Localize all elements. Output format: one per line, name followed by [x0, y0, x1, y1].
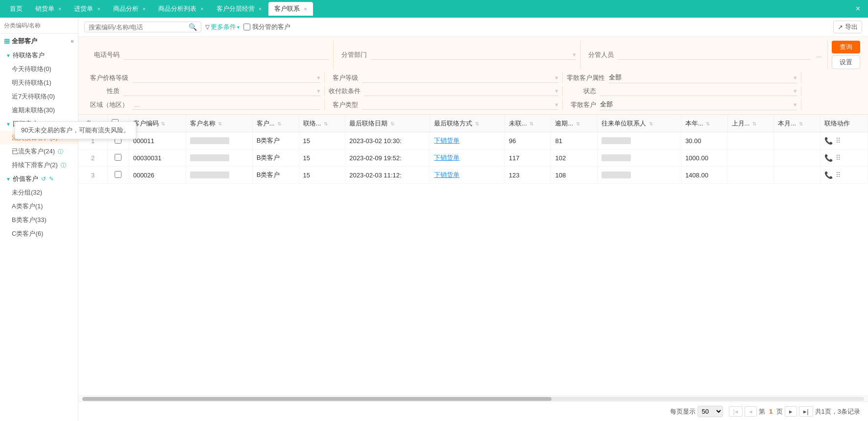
pending-arrow-icon: ▼	[6, 53, 11, 58]
action-phone-icon-2[interactable]: 📞	[824, 171, 833, 179]
overdue-sort-icon: ⇅	[576, 121, 580, 126]
phone-input[interactable]	[123, 50, 329, 60]
sidebar-group-pending: ▼ 待联络客户 今天待联络(0) 明天待联络(1) 近7天待联络(0) 逾期未联…	[0, 49, 78, 117]
pending-group-header[interactable]: ▼ 待联络客户	[0, 49, 78, 62]
dept-select-arrow: ▾	[573, 51, 576, 58]
nav-tab-sales[interactable]: 销货单 ×	[29, 2, 67, 16]
nav-tab-analysis[interactable]: 商品分析 ×	[107, 2, 151, 16]
person-dots[interactable]: ...	[814, 51, 823, 59]
row-last-way-2[interactable]: 下销货单	[430, 167, 505, 184]
nav-tab-customer-tier[interactable]: 客户分层经营 ×	[211, 2, 267, 16]
close-customer-contact-icon[interactable]: ×	[304, 6, 307, 12]
sidebar-item-class-b[interactable]: B类客户(33)	[0, 213, 78, 227]
zero-attr-select[interactable]: 全部 ▾	[609, 72, 797, 83]
my-customers-checkbox-wrap[interactable]: 我分管的客户	[243, 23, 290, 31]
name-col-header[interactable]: 客户名称 ⇅	[186, 115, 252, 132]
more-conditions-button[interactable]: ▽ 更多条件 ▾	[205, 23, 240, 31]
this-year-col-header[interactable]: 本年... ⇅	[681, 115, 727, 132]
type-select[interactable]: ▾	[362, 100, 559, 110]
prev-page-button[interactable]: ◂	[745, 406, 757, 417]
close-customer-tier-icon[interactable]: ×	[259, 6, 262, 12]
value-group-label: 价值客户	[13, 174, 38, 183]
next-page-button[interactable]: ▸	[785, 406, 797, 417]
zero-cust-select[interactable]: 全部 ▾	[600, 99, 797, 110]
region-dots[interactable]: ...	[132, 101, 142, 108]
sidebar-item-declining[interactable]: 持续下滑客户(2) ⓘ	[0, 158, 78, 172]
nav-tab-purchase[interactable]: 进货单 ×	[68, 2, 106, 16]
row-checkbox-2[interactable]	[108, 167, 129, 184]
payment-select[interactable]: ▾	[364, 86, 559, 96]
filter-icon: ▽	[205, 24, 210, 30]
my-customers-checkbox[interactable]	[243, 24, 250, 30]
query-button[interactable]: 查询	[832, 41, 860, 53]
row-last-month-1	[727, 149, 774, 167]
dept-select[interactable]: ▾	[371, 50, 577, 60]
level-select[interactable]: ▾	[362, 73, 559, 83]
status-select[interactable]: ▾	[600, 86, 797, 96]
nav-analysis-list-label: 商品分析列表	[158, 4, 196, 13]
sidebar-item-today[interactable]: 今天待联络(0)	[0, 62, 78, 76]
sidebar-search-input[interactable]	[4, 22, 77, 29]
close-analysis-icon[interactable]: ×	[143, 6, 145, 12]
person-input[interactable]	[618, 50, 810, 60]
scrollbar-thumb[interactable]	[82, 397, 552, 401]
close-all-button[interactable]: ×	[852, 2, 864, 15]
last-contact-way-col-header[interactable]: 最后联络方式 ⇅	[430, 115, 505, 132]
type-select-arrow: ▾	[555, 101, 558, 108]
row-last-way-0[interactable]: 下销货单	[430, 132, 505, 149]
last-page-button[interactable]: ▸|	[799, 406, 813, 417]
zero-cust-arrow: ▾	[794, 101, 797, 108]
close-sales-icon[interactable]: ×	[58, 6, 61, 12]
first-page-button[interactable]: |◂	[729, 406, 743, 417]
price-select[interactable]: ▾	[132, 73, 320, 83]
close-analysis-list-icon[interactable]: ×	[200, 6, 203, 12]
nature-select-arrow: ▾	[317, 87, 320, 95]
horizontal-scrollbar[interactable]	[78, 396, 868, 401]
action-phone-icon-0[interactable]: 📞	[824, 137, 833, 145]
value-edit-icon[interactable]: ✎	[49, 175, 54, 182]
this-month-col-header[interactable]: 本月... ⇅	[774, 115, 820, 132]
sidebar-item-churned[interactable]: 已流失客户(24) ⓘ	[0, 145, 78, 158]
sidebar-all-customers[interactable]: ⊞ 全部客户 «	[0, 34, 78, 49]
row-code-1: 00030031	[129, 149, 186, 167]
no-contact-sort-icon: ⇅	[530, 121, 533, 126]
contact-col-header[interactable]: 联络... ⇅	[299, 115, 345, 132]
action-more-icon-2[interactable]: ⠿	[836, 171, 841, 179]
sidebar-item-class-a[interactable]: A类客户(1)	[0, 199, 78, 213]
code-col-header[interactable]: 客户编码 ⇅	[129, 115, 186, 132]
sidebar-item-class-c[interactable]: C类客户(6)	[0, 227, 78, 241]
collapse-sidebar-icon[interactable]: «	[71, 38, 74, 45]
value-group-header[interactable]: ▼ 价值客户 ↺ ✎	[0, 172, 78, 186]
settings-button[interactable]: 设置	[832, 55, 860, 69]
nav-tab-customer-contact[interactable]: 客户联系 ×	[268, 2, 313, 16]
search-button-icon[interactable]: 🔍	[189, 23, 197, 31]
unit-contact-col-header[interactable]: 往来单位联系人 ⇅	[598, 115, 681, 132]
export-button[interactable]: ↗ 导出	[833, 21, 862, 33]
overdue-col-header[interactable]: 逾期... ⇅	[551, 115, 598, 132]
action-more-icon-0[interactable]: ⠿	[836, 137, 841, 145]
region-select[interactable]: ...	[132, 100, 320, 110]
value-refresh-icon[interactable]: ↺	[41, 175, 46, 182]
action-more-icon-1[interactable]: ⠿	[836, 154, 841, 162]
per-page-select[interactable]: 50 100	[698, 406, 723, 417]
sidebar-item-overdue[interactable]: 逾期未联络(30)	[0, 103, 78, 117]
type-col-header[interactable]: 客户... ⇅	[252, 115, 299, 132]
search-input[interactable]	[89, 24, 187, 31]
close-purchase-icon[interactable]: ×	[97, 6, 100, 12]
sidebar-item-tomorrow[interactable]: 明天待联络(1)	[0, 76, 78, 90]
action-phone-icon-1[interactable]: 📞	[824, 154, 833, 162]
overdue-col-label: 逾期...	[555, 120, 573, 127]
row-overdue-0: 81	[551, 132, 598, 149]
no-contact-col-header[interactable]: 未联... ⇅	[505, 115, 551, 132]
nav-tab-home[interactable]: 首页	[4, 2, 28, 16]
chevron-down-icon: ▾	[237, 25, 240, 30]
row-checkbox-1[interactable]	[108, 149, 129, 167]
row-this-month-2	[774, 167, 820, 184]
row-last-way-1[interactable]: 下销货单	[430, 149, 505, 167]
nav-tab-analysis-list[interactable]: 商品分析列表 ×	[152, 2, 209, 16]
nature-select[interactable]: ▾	[123, 86, 320, 96]
last-contact-date-col-header[interactable]: 最后联络日期 ⇅	[345, 115, 430, 132]
sidebar-item-ungrouped[interactable]: 未分组(32)	[0, 186, 78, 199]
last-month-col-header[interactable]: 上月... ⇅	[727, 115, 774, 132]
sidebar-item-7days[interactable]: 近7天待联络(0)	[0, 90, 78, 103]
